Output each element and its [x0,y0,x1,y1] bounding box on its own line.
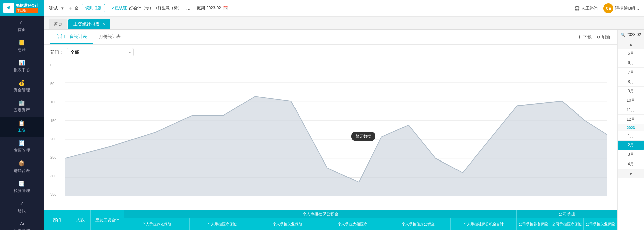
archive-icon: 🗂 [19,221,24,227]
sidebar: 畅 畅捷通好会计 专业版 ⌂ 首页 📒 总账 📊 报表中心 💰 资金管理 🏢 固… [0,0,44,230]
th-公司承担医疗保险: 公司承担医疗保险 [550,218,584,230]
th-应发工资合计: 应发工资合计 [91,210,124,230]
chart-svg [65,63,607,196]
th-个人承担失业保险: 个人承担失业保险 [255,218,320,230]
filter-bar: 部门： 全部 部门1 部门2 ▾ [44,45,617,60]
date-nav-down: ▼ [618,169,644,178]
th-group-company-title: 公司承担 [517,210,617,218]
salary-icon: 📋 [18,120,25,126]
logo-text: 畅捷通好会计 专业版 [16,3,38,13]
status-certified: ✓已认证 [112,5,127,11]
date-filter-icon: 🔍 [621,33,625,37]
calendar-icon[interactable]: 📅 [223,6,228,10]
sub-tab-actions: ⬇ 下载 ↻ 刷新 [578,34,610,40]
topbar: 测试 ▾ + ⚙ 切到旧版 ✓已认证 好会计（专） +好生意（标） +… 账期 … [44,0,644,17]
gear-icon[interactable]: ⚙ [74,5,79,11]
refresh-btn[interactable]: ↻ 刷新 [597,34,610,40]
date-month-9[interactable]: 9月 [618,87,644,96]
th-个人承担养老保险: 个人承担养老保险 [124,218,190,230]
sidebar-item-invoice[interactable]: 🧾 发票管理 [0,137,44,157]
status-more: +… [184,6,190,11]
th-公司承担养老保险: 公司承担养老保险 [517,218,550,230]
sidebar-label-archive: 归档管理 [14,228,30,230]
date-month-1[interactable]: 1月 [618,131,644,141]
ai-consult-btn[interactable]: 🎧 人工咨询 [574,5,598,11]
sidebar-label-sales: 进销台账 [14,168,30,174]
add-icon[interactable]: + [69,5,72,11]
th-部门: 部门 [44,210,70,230]
sub-tab-monthly[interactable]: 月份统计表 [93,30,127,44]
sub-tab-bar: 部门工资统计表 月份统计表 ⬇ 下载 ↻ 刷新 [44,30,617,45]
th-个人承担住房公积金: 个人承担住房公积金 [385,218,451,230]
sidebar-label-invoice: 发票管理 [14,148,30,153]
sidebar-label-salary: 工资 [18,128,26,133]
sidebar-label-ledger: 总账 [18,47,26,53]
closing-icon: ✓ [20,200,24,207]
sidebar-label-closing: 结账 [18,208,26,214]
tab-home[interactable]: 首页 [49,19,67,29]
sidebar-item-salary[interactable]: 📋 工资 [0,117,44,137]
date-month-3[interactable]: 3月 [618,150,644,159]
date-month-8[interactable]: 8月 [618,77,644,87]
tab-close-icon[interactable]: × [103,21,106,27]
headset-icon: 🎧 [574,6,580,11]
date-month-12[interactable]: 12月 [618,115,644,124]
sales-icon: 📦 [18,160,25,167]
sidebar-item-home[interactable]: ⌂ 首页 [0,16,44,36]
th-group-personal-title: 个人承担社保公积金 [124,210,516,218]
topbar-title: 测试 [49,5,58,11]
sidebar-item-archive[interactable]: 🗂 归档管理 [0,217,44,230]
dept-select[interactable]: 全部 部门1 部门2 [67,48,134,56]
status-good-accounting: 好会计（专） [129,5,153,11]
sidebar-item-funds[interactable]: 💰 资金管理 [0,76,44,96]
sidebar-item-closing[interactable]: ✓ 结账 [0,197,44,217]
sub-tab-dept[interactable]: 部门工资统计表 [50,30,93,44]
sidebar-label-assets: 固定资产 [14,107,30,113]
main-panel: 部门工资统计表 月份统计表 ⬇ 下载 ↻ 刷新 部门： [44,30,617,230]
topbar-dropdown-arrow[interactable]: ▾ [61,6,64,11]
download-btn[interactable]: ⬇ 下载 [578,34,592,40]
date-month-10[interactable]: 10月 [618,96,644,105]
th-个人承担大额医疗: 个人承担大额医疗 [320,218,385,230]
svg-marker-7 [65,96,607,196]
date-month-4[interactable]: 4月 [618,159,644,169]
chart-container: 350 300 250 200 150 100 50 0 [50,63,610,206]
th-group-personal: 个人承担社保公积金个人承担养老保险个人承担医疗保险个人承担失业保险个人承担大额医… [124,210,517,230]
sidebar-item-sales[interactable]: 📦 进销台账 [0,157,44,177]
sidebar-item-assets[interactable]: 🏢 固定资产 [0,96,44,117]
th-个人承担社保公积金合计: 个人承担社保公积金合计 [451,218,516,230]
old-mode-button[interactable]: 切到旧版 [82,4,105,12]
home-icon: ⌂ [20,19,23,26]
sidebar-label-home: 首页 [18,27,26,33]
invoice-icon: 🧾 [18,140,25,146]
th-个人承担医疗保险: 个人承担医疗保险 [190,218,255,230]
date-month-6[interactable]: 6月 [618,58,644,68]
sidebar-label-reports: 报表中心 [14,67,30,73]
tab-salary-report[interactable]: 工资统计报表 × [68,19,110,29]
sidebar-item-reports[interactable]: 📊 报表中心 [0,56,44,76]
status-good-biz: +好生意（标） [155,5,182,11]
assets-icon: 🏢 [18,100,25,106]
y-axis-labels: 350 300 250 200 150 100 50 0 [50,63,64,196]
chart-area: 350 300 250 200 150 100 50 0 [44,60,617,210]
date-month-2-active[interactable]: 2月 [618,141,644,150]
date-down-btn[interactable]: ▼ [627,170,635,177]
tab-bar: 首页 工资统计报表 × [44,17,644,30]
th-公司承担失业保险: 公司承担失业保险 [584,218,617,230]
dept-select-wrapper: 全部 部门1 部门2 ▾ [67,48,134,56]
reports-icon: 📊 [18,59,25,66]
main-area: 测试 ▾ + ⚙ 切到旧版 ✓已认证 好会计（专） +好生意（标） +… 账期 … [44,0,644,230]
date-up-btn[interactable]: ▲ [627,41,635,48]
sidebar-item-ledger[interactable]: 📒 总账 [0,36,44,56]
sidebar-logo: 畅 畅捷通好会计 专业版 [0,0,44,16]
date-month-5[interactable]: 5月 [618,49,644,58]
date-month-7[interactable]: 7月 [618,68,644,77]
topbar-actions: + ⚙ 切到旧版 [69,4,105,12]
th-group-company: 公司承担公司承担养老保险公司承担医疗保险公司承担失业保险 [517,210,617,230]
sidebar-item-tax[interactable]: 📑 税务管理 [0,177,44,197]
date-month-11[interactable]: 11月 [618,105,644,115]
tax-icon: 📑 [18,180,25,187]
sidebar-label-tax: 税务管理 [14,188,30,194]
right-date-panel: 🔍 2023.02 ▲ 5月 6月 7月 8月 9月 10月 11月 12月 2… [617,30,644,230]
user-menu[interactable]: CE 轻捷通B组... [603,3,639,13]
